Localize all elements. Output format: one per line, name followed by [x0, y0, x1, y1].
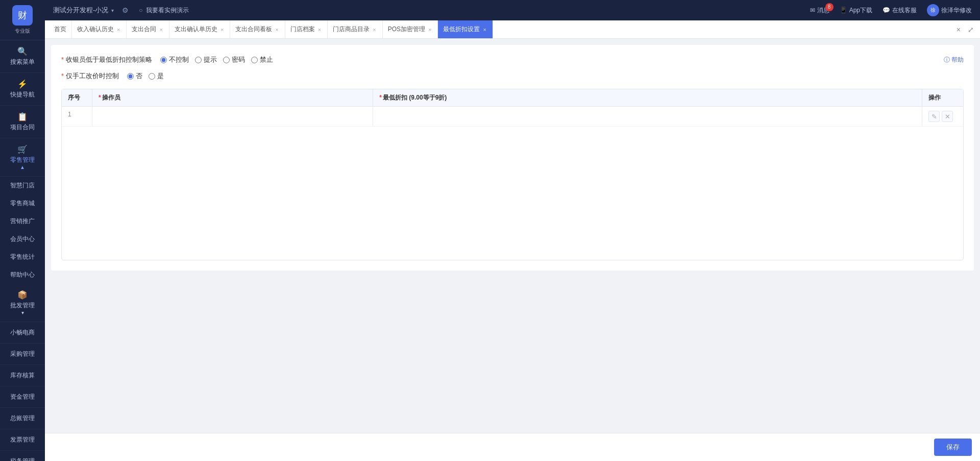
sidebar-item-retail[interactable]: 🛒 零售管理 ▲ — [0, 138, 45, 177]
online-service-button[interactable]: 💬 在线客服 — [883, 6, 917, 15]
save-button[interactable]: 保存 — [934, 439, 972, 456]
chevron-down-icon: ▾ — [111, 8, 114, 13]
tab-label: 门店档案 — [290, 25, 315, 34]
logo-icon: 财 — [12, 5, 33, 26]
main-area: 测试分开发程-小况 ▾ ⚙ ○ 我要看实例演示 ✉ 消息 8 📱 App下载 💬… — [45, 0, 980, 461]
tab-label: POS加密管理 — [388, 25, 425, 34]
delete-row-button[interactable]: ✕ — [942, 111, 953, 122]
sidebar-item-quicknav[interactable]: ⚡ 快捷导航 — [0, 73, 45, 106]
sidebar-sub-label: 零售商城 — [10, 199, 35, 208]
tab-close-icon[interactable]: × — [427, 26, 432, 33]
radio-yes[interactable]: 是 — [149, 71, 164, 81]
radio-prompt[interactable]: 提示 — [195, 55, 217, 64]
radio-no[interactable]: 否 — [127, 71, 142, 81]
th-action: 操作 — [922, 89, 963, 106]
sidebar-item-label: 小畅电商 — [10, 328, 35, 337]
sidebar-item-purchase[interactable]: 采购管理 — [0, 344, 45, 365]
tab-store-archive[interactable]: 门店档案 × — [285, 20, 328, 39]
close-tab-button[interactable]: × — [954, 25, 963, 35]
sidebar-item-search[interactable]: 🔍 搜索菜单 — [0, 40, 45, 73]
td-operator — [92, 107, 373, 126]
sidebar-item-member[interactable]: 会员中心 — [0, 230, 45, 248]
app-version: 专业版 — [15, 28, 30, 35]
tab-close-icon[interactable]: × — [317, 26, 322, 33]
topbar: 测试分开发程-小况 ▾ ⚙ ○ 我要看实例演示 ✉ 消息 8 📱 App下载 💬… — [45, 0, 980, 20]
sidebar-item-invoice[interactable]: 发票管理 — [0, 429, 45, 451]
tab-close-icon[interactable]: × — [158, 26, 163, 33]
sidebar-item-finance[interactable]: 资金管理 — [0, 386, 45, 408]
expand-tab-button[interactable]: ⤢ — [966, 25, 976, 35]
tab-close-icon[interactable]: × — [372, 26, 377, 33]
tab-income-history[interactable]: 收入确认历史 × — [72, 20, 127, 39]
tab-close-icon[interactable]: × — [482, 26, 487, 33]
user-menu[interactable]: 徐 徐泽华修改 — [927, 4, 972, 16]
radio-no-control[interactable]: 不控制 — [160, 55, 189, 64]
sidebar-sub-label: 零售统计 — [10, 253, 35, 261]
td-discount — [373, 107, 922, 126]
download-icon: 📱 — [840, 7, 847, 14]
topbar-right: ✉ 消息 8 📱 App下载 💬 在线客服 徐 徐泽华修改 — [810, 4, 972, 16]
sidebar-item-label: 项目合同 — [10, 123, 35, 132]
sidebar-item-help[interactable]: 帮助中心 — [0, 266, 45, 284]
discount-policy-label: * 收银员低于最低折扣控制策略 — [61, 55, 152, 64]
chevron-down-icon: ▾ — [21, 310, 24, 316]
edit-row-button[interactable]: ✎ — [928, 111, 940, 122]
footer: 保存 — [45, 433, 980, 461]
tab-label: 门店商品目录 — [333, 25, 370, 34]
tab-expense-contract[interactable]: 支出合同 × — [127, 20, 169, 39]
manual-control-label: * 仅手工改价时控制 — [61, 71, 119, 81]
radio-password[interactable]: 密码 — [223, 55, 245, 64]
sidebar-item-label: 税务管理 — [10, 457, 35, 461]
project-selector[interactable]: 测试分开发程-小况 ▾ — [53, 6, 114, 15]
tab-expense-board[interactable]: 支出合同看板 × — [230, 20, 285, 39]
tab-close-icon[interactable]: × — [116, 26, 121, 33]
search-icon: 🔍 — [17, 46, 28, 56]
tab-close-icon[interactable]: × — [219, 26, 225, 33]
app-download-button[interactable]: 📱 App下载 — [840, 6, 872, 15]
tab-label: 首页 — [54, 25, 66, 34]
radio-forbid[interactable]: 禁止 — [251, 55, 273, 64]
sidebar-item-retail-stats[interactable]: 零售统计 — [0, 248, 45, 266]
tab-min-discount[interactable]: 最低折扣设置 × — [438, 20, 493, 39]
retail-icon: 🛒 — [17, 144, 28, 154]
manual-control-row: * 仅手工改价时控制 否 是 — [61, 71, 964, 81]
sidebar-sub-label: 帮助中心 — [10, 271, 35, 279]
discount-policy-radio-group: 不控制 提示 密码 禁止 — [160, 55, 273, 64]
sidebar-item-wholesale[interactable]: 📦 批发管理 ▾ — [0, 284, 45, 322]
td-action: ✎ ✕ — [922, 107, 963, 126]
sidebar-item-project[interactable]: 📋 项目合同 — [0, 106, 45, 138]
message-badge: 8 — [825, 3, 834, 11]
tab-home[interactable]: 首页 — [49, 20, 72, 39]
sidebar-item-ecommerce[interactable]: 小畅电商 — [0, 322, 45, 344]
th-discount: *最低折扣 (9.00等于9折) — [373, 89, 922, 106]
required-star: * — [379, 94, 382, 101]
tab-pos-password[interactable]: POS加密管理 × — [383, 20, 438, 39]
tab-expense-confirm-history[interactable]: 支出确认单历史 × — [169, 20, 230, 39]
sidebar-item-retail-mall[interactable]: 零售商城 — [0, 195, 45, 212]
required-star: * — [99, 94, 101, 101]
sidebar-item-smart-store[interactable]: 智慧门店 — [0, 177, 45, 195]
topbar-settings-button[interactable]: ⚙ — [122, 6, 129, 14]
tab-close-icon[interactable]: × — [274, 26, 279, 33]
tab-label: 支出确认单历史 — [175, 25, 217, 34]
table-row: 1 ✎ ✕ — [62, 107, 963, 127]
help-button[interactable]: ⓘ 帮助 — [944, 56, 964, 64]
demo-link[interactable]: ○ 我要看实例演示 — [139, 6, 188, 15]
tab-store-product[interactable]: 门店商品目录 × — [328, 20, 382, 39]
user-avatar: 徐 — [927, 4, 939, 16]
sidebar-item-label: 批发管理 — [10, 301, 35, 310]
sidebar-item-inventory[interactable]: 库存核算 — [0, 365, 45, 386]
th-operator: *操作员 — [92, 89, 373, 106]
app-download-label: App下载 — [849, 6, 872, 15]
sidebar-item-marketing[interactable]: 营销推广 — [0, 212, 45, 230]
form-section: * 收银员低于最低折扣控制策略 不控制 提示 — [61, 55, 964, 81]
th-seq: 序号 — [62, 89, 92, 106]
sidebar-item-ledger[interactable]: 总账管理 — [0, 408, 45, 429]
tabbar: 首页 收入确认历史 × 支出合同 × 支出确认单历史 × 支出合同看板 × 门店… — [45, 20, 980, 39]
content-area: * 收银员低于最低折扣控制策略 不控制 提示 — [45, 39, 980, 433]
manual-control-radio-group: 否 是 — [127, 71, 164, 81]
tabbar-actions: × ⤢ — [954, 25, 976, 35]
sidebar-item-tax[interactable]: 税务管理 — [0, 451, 45, 461]
message-button[interactable]: ✉ 消息 8 — [810, 6, 829, 15]
online-service-label: 在线客服 — [892, 6, 917, 15]
